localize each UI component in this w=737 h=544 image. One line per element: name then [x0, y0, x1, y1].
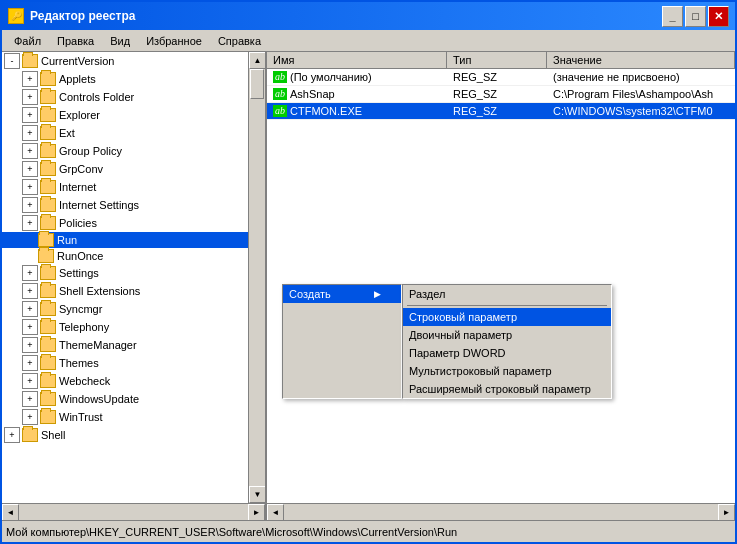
- tree-label-webcheck: Webcheck: [59, 375, 110, 387]
- menu-help[interactable]: Справка: [210, 33, 269, 49]
- table-row[interactable]: ab AshSnap REG_SZ C:\Program Files\Asham…: [267, 86, 735, 103]
- expander-controlsfolder[interactable]: +: [22, 89, 38, 105]
- expander-windowsupdate[interactable]: +: [22, 391, 38, 407]
- table-row[interactable]: ab (По умолчанию) REG_SZ (значение не пр…: [267, 69, 735, 86]
- submenu-item-5[interactable]: Расширяемый строковый параметр: [403, 380, 611, 398]
- folder-icon-shellextensions: [40, 284, 56, 298]
- tree-label-internetsettings: Internet Settings: [59, 199, 139, 211]
- tree-item-telephony[interactable]: + Telephony: [2, 318, 248, 336]
- menu-file[interactable]: Файл: [6, 33, 49, 49]
- tree-label-internet: Internet: [59, 181, 96, 193]
- tree-item-explorer[interactable]: + Explorer: [2, 106, 248, 124]
- folder-icon-telephony: [40, 320, 56, 334]
- tree-hscrollbar[interactable]: ◄ ►: [2, 503, 265, 520]
- menu-view[interactable]: Вид: [102, 33, 138, 49]
- expander-grouppolicy[interactable]: +: [22, 143, 38, 159]
- tree-item-wintrust[interactable]: + WinTrust: [2, 408, 248, 426]
- expander-ext[interactable]: +: [22, 125, 38, 141]
- maximize-button[interactable]: □: [685, 6, 706, 27]
- tree-item-runonce[interactable]: RunOnce: [2, 248, 248, 264]
- tree-item-currentversion[interactable]: - CurrentVersion: [2, 52, 248, 70]
- expander-wintrust[interactable]: +: [22, 409, 38, 425]
- tree-item-windowsupdate[interactable]: + WindowsUpdate: [2, 390, 248, 408]
- folder-icon-webcheck: [40, 374, 56, 388]
- tree-item-controlsfolder[interactable]: + Controls Folder: [2, 88, 248, 106]
- folder-icon-grpconv: [40, 162, 56, 176]
- folder-icon-internetsettings: [40, 198, 56, 212]
- tree-item-run[interactable]: Run: [2, 232, 248, 248]
- table-rows: ab (По умолчанию) REG_SZ (значение не пр…: [267, 69, 735, 120]
- folder-icon-grouppolicy: [40, 144, 56, 158]
- tree-scroll-track[interactable]: [249, 69, 265, 486]
- tree-label-runonce: RunOnce: [57, 250, 103, 262]
- tree-scroll-up[interactable]: ▲: [249, 52, 265, 69]
- submenu-item-1[interactable]: Строковый параметр: [403, 308, 611, 326]
- tree-item-settings[interactable]: + Settings: [2, 264, 248, 282]
- context-menu-create[interactable]: Создать ▶: [283, 285, 401, 303]
- reg-icon-1: ab: [273, 88, 287, 100]
- tree-label-grpconv: GrpConv: [59, 163, 103, 175]
- window-title: Редактор реестра: [30, 9, 135, 23]
- folder-icon-internet: [40, 180, 56, 194]
- expander-thememanager[interactable]: +: [22, 337, 38, 353]
- tree-item-syncmgr[interactable]: + Syncmgr: [2, 300, 248, 318]
- folder-icon-currentversion: [22, 54, 38, 68]
- folder-icon-run: [38, 233, 54, 247]
- expander-settings[interactable]: +: [22, 265, 38, 281]
- expander-internet[interactable]: +: [22, 179, 38, 195]
- expander-applets[interactable]: +: [22, 71, 38, 87]
- right-hscroll-left[interactable]: ◄: [267, 504, 284, 521]
- tree-with-scroll: - CurrentVersion + Applets + Controls Fo…: [2, 52, 265, 503]
- right-hscroll-track[interactable]: [284, 504, 718, 520]
- tree-item-webcheck[interactable]: + Webcheck: [2, 372, 248, 390]
- folder-icon-wintrust: [40, 410, 56, 424]
- tree-item-grpconv[interactable]: + GrpConv: [2, 160, 248, 178]
- expander-currentversion[interactable]: -: [4, 53, 20, 69]
- tree-item-thememanager[interactable]: + ThemeManager: [2, 336, 248, 354]
- reg-icon-0: ab: [273, 71, 287, 83]
- tree-scroll-thumb[interactable]: [250, 69, 264, 99]
- tree-item-policies[interactable]: + Policies: [2, 214, 248, 232]
- tree-label-currentversion: CurrentVersion: [41, 55, 114, 67]
- tree-hscroll-track[interactable]: [19, 504, 248, 520]
- table-row[interactable]: ab CTFMON.EXE REG_SZ C:\WINDOWS\system32…: [267, 103, 735, 120]
- right-hscroll-right[interactable]: ►: [718, 504, 735, 521]
- expander-explorer[interactable]: +: [22, 107, 38, 123]
- expander-shell[interactable]: +: [4, 427, 20, 443]
- menu-favorites[interactable]: Избранное: [138, 33, 210, 49]
- expander-themes[interactable]: +: [22, 355, 38, 371]
- minimize-button[interactable]: _: [662, 6, 683, 27]
- tree-scroll-down[interactable]: ▼: [249, 486, 265, 503]
- tree-item-themes[interactable]: + Themes: [2, 354, 248, 372]
- expander-grpconv[interactable]: +: [22, 161, 38, 177]
- tree-vscrollbar[interactable]: ▲ ▼: [248, 52, 265, 503]
- tree-item-internetsettings[interactable]: + Internet Settings: [2, 196, 248, 214]
- submenu-item-4[interactable]: Мультистроковый параметр: [403, 362, 611, 380]
- tree-hscroll-left[interactable]: ◄: [2, 504, 19, 521]
- tree-hscroll-right[interactable]: ►: [248, 504, 265, 521]
- tree-label-settings: Settings: [59, 267, 99, 279]
- expander-policies[interactable]: +: [22, 215, 38, 231]
- expander-internetsettings[interactable]: +: [22, 197, 38, 213]
- tree-label-controlsfolder: Controls Folder: [59, 91, 134, 103]
- cell-name-2: ab CTFMON.EXE: [267, 103, 447, 119]
- folder-icon-explorer: [40, 108, 56, 122]
- submenu-item-2[interactable]: Двоичный параметр: [403, 326, 611, 344]
- close-button[interactable]: ✕: [708, 6, 729, 27]
- expander-webcheck[interactable]: +: [22, 373, 38, 389]
- cell-name-0: ab (По умолчанию): [267, 69, 447, 85]
- tree-item-shell[interactable]: + Shell: [2, 426, 248, 444]
- right-hscrollbar[interactable]: ◄ ►: [267, 503, 735, 520]
- tree-item-grouppolicy[interactable]: + Group Policy: [2, 142, 248, 160]
- tree-item-shellextensions[interactable]: + Shell Extensions: [2, 282, 248, 300]
- submenu-item-3[interactable]: Параметр DWORD: [403, 344, 611, 362]
- expander-syncmgr[interactable]: +: [22, 301, 38, 317]
- expander-telephony[interactable]: +: [22, 319, 38, 335]
- submenu-item-0[interactable]: Раздел: [403, 285, 611, 303]
- tree-item-ext[interactable]: + Ext: [2, 124, 248, 142]
- tree-item-internet[interactable]: + Internet: [2, 178, 248, 196]
- folder-icon-thememanager: [40, 338, 56, 352]
- tree-item-applets[interactable]: + Applets: [2, 70, 248, 88]
- expander-shellextensions[interactable]: +: [22, 283, 38, 299]
- menu-edit[interactable]: Правка: [49, 33, 102, 49]
